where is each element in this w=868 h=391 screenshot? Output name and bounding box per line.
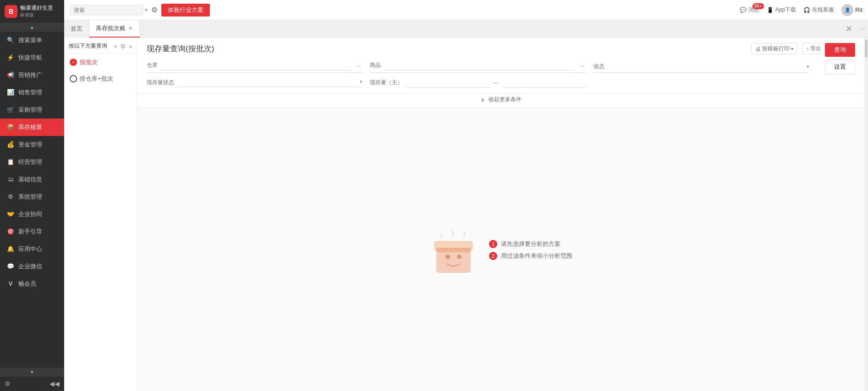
topbar-search: ▾ xyxy=(70,5,148,15)
user-area[interactable]: 👤 Rit xyxy=(841,4,863,16)
sidebar-footer: ⚙ ◀◀ xyxy=(0,376,64,391)
left-panel-title: 按以下方案查询 xyxy=(69,42,107,50)
app-logo: B xyxy=(5,5,17,18)
print-btn[interactable]: 🖨 按模板打印 ▾ xyxy=(751,43,797,54)
sidebar-item-inventory[interactable]: 📦 库存核算 xyxy=(0,119,64,136)
sidebar-header: B 畅康通好生意 标准版 xyxy=(0,0,64,23)
sidebar-item-collab[interactable]: 🤝 企业协同 xyxy=(0,206,64,223)
settings-btn[interactable]: 设置 xyxy=(825,60,855,74)
product-input[interactable] xyxy=(384,60,574,71)
collab-icon: 🤝 xyxy=(6,210,15,218)
topbar-gear-btn[interactable]: ⚙ xyxy=(151,5,158,14)
left-panel-actions: + ⚙ « xyxy=(114,43,132,50)
left-panel-header: 按以下方案查询 + ⚙ « xyxy=(64,38,137,54)
tab-home-label: 首页 xyxy=(71,25,82,33)
sidebar-item-operations[interactable]: 📋 经营管理 xyxy=(0,153,64,171)
inventory-qty-label: 现存量（主） xyxy=(370,79,403,87)
settings-icon[interactable]: ⚙ xyxy=(5,380,11,387)
sidebar-item-label: 搜索菜单 xyxy=(18,36,42,44)
add-scheme-btn[interactable]: + xyxy=(114,43,117,50)
empty-illustration xyxy=(429,227,475,273)
sidebar-item-guide[interactable]: 🎯 新手引导 xyxy=(0,223,64,240)
sidebar-item-label: 经营管理 xyxy=(18,158,42,166)
page-expand-btn[interactable]: ⋯ xyxy=(858,25,868,33)
sidebar-item-finance[interactable]: 💰 资金管理 xyxy=(0,136,64,153)
sidebar-scroll-down[interactable]: ▼ xyxy=(0,368,64,376)
online-service-btn[interactable]: 🎧 在线客服 xyxy=(803,6,834,14)
print-icon: 🖨 xyxy=(755,46,761,52)
sidebar-item-base-info[interactable]: 🗂 基础信息 xyxy=(0,171,64,188)
sidebar: B 畅康通好生意 标准版 ▲ 🔍 搜索菜单 ⚡ 快捷导航 📢 营销推广 📊 销售… xyxy=(0,0,64,391)
search-input[interactable] xyxy=(70,5,143,15)
system-icon: ⚙ xyxy=(6,193,15,201)
scheme-item-warehouse-batch[interactable]: 按仓库+批次 xyxy=(64,71,137,87)
scheme-item-batch[interactable]: ✓ 按批次 xyxy=(64,54,137,71)
phone-icon: 📱 xyxy=(767,7,774,13)
app-info: 畅康通好生意 标准版 xyxy=(20,5,53,18)
collapse-icon: ∧ xyxy=(481,97,485,103)
service-icon: 🎧 xyxy=(803,7,810,13)
online-service-label: 在线客服 xyxy=(812,6,834,14)
warehouse-dots-btn[interactable]: ··· xyxy=(354,62,363,69)
sidebar-item-label: 采购管理 xyxy=(18,106,42,114)
trial-btn[interactable]: 体验行业方案 xyxy=(161,4,210,16)
export-btn[interactable]: ↑ 导出 xyxy=(802,43,825,54)
svg-point-4 xyxy=(457,255,461,259)
sidebar-item-label: 库存核算 xyxy=(18,123,42,131)
status-label: 状态 xyxy=(593,63,604,71)
page-title: 现存量查询(按批次) xyxy=(147,43,214,54)
message-icon: 💬 xyxy=(740,7,747,13)
sidebar-item-membership[interactable]: V 畅会员 xyxy=(0,275,64,293)
action-buttons: 查询 设置 xyxy=(825,43,855,74)
tab-inventory-batch[interactable]: 库存批次账 ✕ xyxy=(89,20,140,38)
sidebar-item-label: 资金管理 xyxy=(18,141,42,149)
app-company: 畅康通好生意 xyxy=(20,5,53,12)
query-btn[interactable]: 查询 xyxy=(825,43,855,57)
sidebar-item-label: 系统管理 xyxy=(18,193,42,201)
tab-close-btn[interactable]: ✕ xyxy=(128,26,133,31)
empty-hint-1: 1 请先选择要分析的方案 xyxy=(489,240,572,248)
guide-icon: 🎯 xyxy=(6,228,15,236)
product-dots-btn[interactable]: ··· xyxy=(577,62,586,69)
sidebar-item-label: 基础信息 xyxy=(18,175,42,184)
sidebar-item-search[interactable]: 🔍 搜索菜单 xyxy=(0,32,64,49)
inventory-qty-max-input[interactable] xyxy=(502,77,586,88)
scheme-dot-batch: ✓ xyxy=(70,59,77,66)
collapse-more-btn[interactable]: ∧ 收起更多条件 xyxy=(481,96,522,103)
sidebar-item-system[interactable]: ⚙ 系统管理 xyxy=(0,188,64,206)
collapse-sidebar-icon[interactable]: ◀◀ xyxy=(49,380,60,387)
tab-home[interactable]: 首页 xyxy=(64,20,89,38)
sidebar-scroll-up[interactable]: ▲ xyxy=(0,23,64,32)
page-close-btn[interactable]: ✕ xyxy=(844,24,854,34)
finance-icon: 💰 xyxy=(6,141,15,149)
sidebar-item-purchase[interactable]: 🛒 采购管理 xyxy=(0,101,64,119)
empty-hints: 1 请先选择要分析的方案 2 用过滤条件来缩小分析范围 xyxy=(489,240,572,260)
sidebar-item-sales[interactable]: 📊 销售管理 xyxy=(0,84,64,101)
sidebar-item-app-center[interactable]: 🔔 应用中心 xyxy=(0,240,64,258)
sidebar-item-label: 新手引导 xyxy=(18,228,42,236)
export-label: 导出 xyxy=(810,45,821,53)
scheme-settings-btn[interactable]: ⚙ xyxy=(120,43,126,50)
warehouse-input[interactable] xyxy=(160,60,351,71)
sidebar-item-marketing[interactable]: 📢 营销推广 xyxy=(0,66,64,84)
user-avatar-text: 👤 xyxy=(845,7,850,12)
app-download-btn[interactable]: 📱 App下载 xyxy=(767,6,796,14)
empty-content: 1 请先选择要分析的方案 2 用过滤条件来缩小分析范围 xyxy=(429,227,572,273)
scheme-label-warehouse: 按仓库+批次 xyxy=(80,75,113,83)
marketing-icon: 📢 xyxy=(6,71,15,79)
topbar: ▾ ⚙ 体验行业方案 💬 消息 99+ 📱 App下载 🎧 在线客服 👤 xyxy=(64,0,868,20)
messages-btn[interactable]: 💬 消息 99+ xyxy=(740,6,759,14)
inventory-status-select[interactable]: ▾ xyxy=(177,79,363,87)
search-icon: 🔍 xyxy=(6,36,15,44)
search-dropdown-btn[interactable]: ▾ xyxy=(145,7,148,13)
inventory-qty-min-input[interactable] xyxy=(406,77,490,88)
scrollbar-thumb[interactable] xyxy=(865,39,868,58)
sidebar-item-wechat[interactable]: 💬 企业微信 xyxy=(0,258,64,275)
inventory-status-arrow: ▾ xyxy=(360,79,363,85)
svg-point-3 xyxy=(445,255,450,259)
sidebar-item-quick-nav[interactable]: ⚡ 快捷导航 xyxy=(0,49,64,66)
collapse-panel-btn[interactable]: « xyxy=(129,43,132,50)
purchase-icon: 🛒 xyxy=(6,106,15,114)
user-avatar: 👤 xyxy=(841,4,853,16)
tabbar: 首页 库存批次账 ✕ ✕ ⋯ xyxy=(64,20,868,38)
